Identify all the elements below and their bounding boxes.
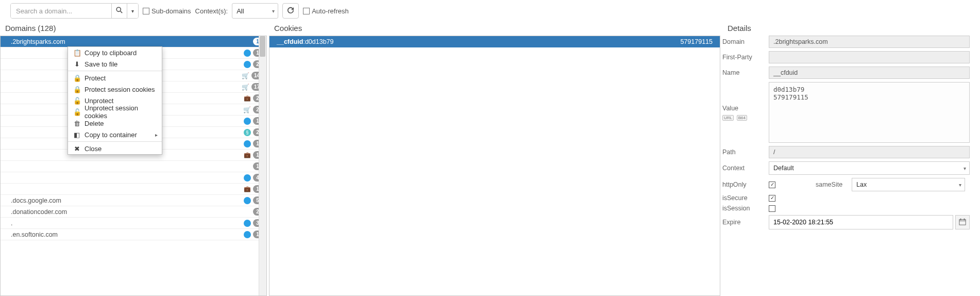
detail-firstparty-input[interactable]	[769, 51, 970, 63]
ctx-label: Close	[85, 145, 102, 153]
domain-row[interactable]: .en.softonic.com1	[1, 229, 266, 240]
detail-label-context: Context	[722, 165, 769, 172]
ctx-copy-container[interactable]: ◧ Copy to container	[68, 129, 162, 140]
tag-url[interactable]: URL	[722, 115, 734, 121]
briefcase-icon: 💼	[244, 152, 251, 158]
detail-path-input[interactable]	[769, 146, 970, 158]
swirl-icon	[244, 129, 251, 136]
circle-icon	[244, 61, 251, 68]
ctx-save-file[interactable]: ⬇ Save to file	[68, 58, 162, 70]
briefcase-icon: 💼	[244, 95, 251, 102]
main: Domains (128) .2brightsparks.com112🛒14🛒1…	[0, 22, 980, 296]
detail-samesite-select[interactable]: Lax	[852, 178, 965, 191]
domains-column: Domains (128) .2brightsparks.com112🛒14🛒1…	[0, 22, 267, 296]
autorefresh-label: Auto-refresh	[312, 7, 349, 15]
domain-row[interactable]: .donationcoder.com2	[1, 206, 266, 218]
cookies-list[interactable]: __cfduid:d0d13b79579179115	[269, 36, 720, 296]
circle-icon	[244, 220, 251, 227]
detail-samesite-value: Lax	[856, 181, 867, 188]
domain-name: .docs.google.com	[11, 197, 61, 204]
detail-label-domain: Domain	[722, 38, 769, 45]
contexts-select[interactable]: All	[232, 3, 278, 19]
detail-value-textarea[interactable]	[769, 82, 970, 143]
details-title: Details	[722, 22, 970, 36]
domain-row[interactable]: 4	[1, 172, 266, 184]
detail-name-input[interactable]	[769, 67, 970, 79]
detail-label-issession: isSession	[722, 205, 769, 212]
search-dropdown-button[interactable]: ▾	[127, 4, 138, 18]
checkbox-icon	[303, 8, 310, 14]
detail-label-name: Name	[722, 69, 769, 76]
domain-name: .2brightsparks.com	[11, 38, 65, 45]
cookies-title: Cookies	[269, 22, 720, 36]
cart-icon: 🛒	[242, 84, 249, 91]
ctx-copy-clipboard[interactable]: 📋 Copy to clipboard	[68, 47, 162, 58]
autorefresh-checkbox[interactable]: Auto-refresh	[303, 7, 349, 15]
detail-label-path: Path	[722, 149, 769, 156]
cart-icon: 🛒	[242, 72, 249, 79]
search-input[interactable]	[11, 4, 111, 18]
calendar-icon	[959, 218, 966, 227]
httponly-row: ✓ sameSite Lax	[769, 178, 970, 191]
unlock-icon: 🔓	[73, 97, 80, 105]
domain-row[interactable]: 💼1	[1, 184, 266, 195]
expire-group	[769, 215, 970, 229]
scrollbar[interactable]	[259, 36, 266, 295]
circle-icon	[244, 140, 251, 147]
close-icon: ✖	[73, 145, 80, 153]
detail-domain-input[interactable]	[769, 36, 970, 48]
detail-label-firstparty: First-Party	[722, 54, 769, 61]
context-menu: 📋 Copy to clipboard ⬇ Save to file 🔒 Pro…	[67, 46, 162, 155]
subdomains-label: Sub-domains	[151, 7, 191, 15]
search-group: ▾	[10, 3, 139, 19]
clipboard-icon: 📋	[73, 49, 80, 57]
ctx-label: Save to file	[85, 60, 117, 68]
trash-icon: 🗑	[73, 120, 80, 127]
issession-checkbox[interactable]	[769, 205, 775, 212]
details-grid: Domain First-Party Name Value URL B64 Pa…	[722, 36, 970, 229]
refresh-button[interactable]	[282, 3, 299, 19]
cookie-value-part: d0d13b79	[305, 38, 334, 45]
ctx-label: Copy to clipboard	[85, 49, 137, 57]
domains-list[interactable]: .2brightsparks.com112🛒14🛒17💼2🛒2121💼114💼1…	[0, 36, 267, 296]
detail-label-samesite: sameSite	[816, 181, 842, 188]
ctx-protect[interactable]: 🔒 Protect	[68, 72, 162, 84]
ctx-delete[interactable]: 🗑 Delete	[68, 118, 162, 129]
ctx-label: Unprotect	[85, 97, 113, 105]
domain-name: .	[11, 220, 12, 227]
ctx-protect-session[interactable]: 🔒 Protect session cookies	[68, 84, 162, 95]
lock-icon: 🔒	[73, 86, 80, 93]
ctx-label: Copy to container	[85, 131, 137, 139]
domain-name: .en.softonic.com	[11, 231, 58, 238]
domain-row[interactable]: .2brightsparks.com1	[1, 36, 266, 47]
search-button[interactable]	[111, 4, 127, 18]
issecure-row: ✓	[769, 195, 970, 202]
cookies-column: Cookies __cfduid:d0d13b79579179115	[267, 22, 722, 296]
ctx-unprotect-session[interactable]: 🔓 Unprotect session cookies	[68, 106, 162, 118]
tag-b64[interactable]: B64	[737, 115, 747, 121]
issecure-checkbox[interactable]: ✓	[769, 195, 775, 202]
scrollbar-thumb[interactable]	[260, 36, 265, 57]
cookie-row[interactable]: __cfduid:d0d13b79579179115	[269, 36, 720, 47]
svg-point-0	[116, 7, 121, 11]
svg-rect-2	[959, 219, 966, 225]
circle-icon	[244, 231, 251, 238]
cookie-name: __cfduid	[277, 38, 303, 45]
httponly-checkbox[interactable]: ✓	[769, 182, 775, 188]
circle-icon	[244, 197, 251, 204]
issession-row	[769, 205, 970, 212]
ctx-close[interactable]: ✖ Close	[68, 143, 162, 154]
ctx-label: Protect session cookies	[85, 86, 155, 93]
detail-expire-input[interactable]	[769, 215, 953, 229]
domain-name: .donationcoder.com	[11, 208, 67, 216]
cookie-value-part: 579179115	[680, 38, 713, 45]
svg-line-1	[121, 11, 123, 13]
unlock-icon: 🔓	[73, 108, 80, 116]
subdomains-checkbox[interactable]: Sub-domains	[143, 7, 191, 15]
domain-row[interactable]: 1	[1, 161, 266, 172]
detail-context-select[interactable]: Default	[769, 161, 970, 175]
domain-row[interactable]: .3	[1, 218, 266, 229]
domain-row[interactable]: .docs.google.com5	[1, 195, 266, 206]
calendar-button[interactable]	[955, 215, 970, 229]
download-icon: ⬇	[73, 60, 80, 68]
